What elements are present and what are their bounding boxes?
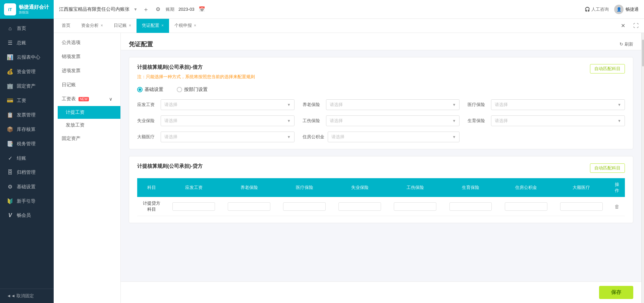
tab-tax-close[interactable]: × bbox=[194, 23, 196, 28]
right-scrollbar[interactable] bbox=[641, 33, 644, 303]
content-area: 凭证配置 ↻ 刷新 计提核算规则(公司承担)-借方 注：只能选择一种方式，系统将… bbox=[121, 33, 641, 303]
select-da[interactable]: 请选择 ▼ bbox=[161, 132, 294, 142]
add-tab-button[interactable]: ＋ bbox=[142, 5, 150, 13]
cell-yf[interactable] bbox=[166, 197, 221, 216]
tab-voucher-close[interactable]: × bbox=[161, 23, 164, 28]
input-gsbx[interactable] bbox=[394, 202, 436, 211]
close-tab-icon[interactable]: ✕ bbox=[618, 21, 628, 30]
delete-row-icon[interactable]: 🗑 bbox=[614, 204, 620, 209]
sidebar-item-ledger[interactable]: ☰ 总账 bbox=[0, 36, 54, 50]
calendar-icon[interactable]: 📅 bbox=[199, 6, 205, 12]
sidebar-item-home[interactable]: ⌂ 首页 bbox=[0, 21, 54, 36]
page-header: 凭证配置 ↻ 刷新 bbox=[121, 33, 641, 50]
radio-dept-circle bbox=[177, 87, 182, 92]
select-gs[interactable]: 请选择 ▼ bbox=[326, 115, 460, 126]
tab-funds-close[interactable]: × bbox=[101, 23, 103, 28]
left-menu-payroll-group[interactable]: 工资表 NEW ∨ bbox=[54, 92, 120, 106]
select-yf[interactable]: 请选择 ▼ bbox=[161, 99, 294, 110]
form-item-yl: 养老保险 请选择 ▼ bbox=[303, 99, 460, 110]
auto-match-debit-button[interactable]: 自动匹配科目 bbox=[590, 64, 625, 73]
left-menu-pay-payroll[interactable]: 发放工资 bbox=[58, 119, 120, 132]
logo-name: 畅捷通好会计 bbox=[19, 4, 49, 10]
input-yl[interactable] bbox=[228, 202, 270, 211]
radio-dept[interactable]: 按部门设置 bbox=[177, 87, 208, 93]
left-menu-sales[interactable]: 销项发票 bbox=[54, 50, 120, 64]
cell-shengbx[interactable] bbox=[443, 197, 498, 216]
cell-gjj[interactable] bbox=[498, 197, 554, 216]
select-sheng[interactable]: 请选择 ▼ bbox=[491, 115, 625, 126]
sidebar-item-inventory[interactable]: 📦 库存核算 bbox=[0, 122, 54, 137]
sidebar-label-salary: 工资 bbox=[17, 98, 26, 104]
refresh-button[interactable]: ↻ 刷新 bbox=[620, 41, 633, 47]
select-yl-ins[interactable]: 请选择 ▼ bbox=[491, 99, 625, 110]
tab-voucher[interactable]: 凭证配置 × bbox=[137, 19, 169, 33]
cell-gsbx[interactable] bbox=[387, 197, 443, 216]
input-gjj[interactable] bbox=[505, 202, 547, 211]
cell-sybx[interactable] bbox=[332, 197, 387, 216]
tab-home[interactable]: 首页 bbox=[56, 19, 76, 33]
tab-journal[interactable]: 日记账 × bbox=[108, 19, 137, 33]
left-menu-public[interactable]: 公共选项 bbox=[54, 36, 120, 50]
left-menu-calc-payroll[interactable]: 计提工资 bbox=[58, 106, 120, 119]
label-da: 大额医疗 bbox=[137, 134, 157, 140]
select-yl[interactable]: 请选择 ▼ bbox=[326, 99, 460, 110]
select-yl-ins-placeholder: 请选择 bbox=[495, 102, 508, 108]
user-menu[interactable]: 👤 畅捷通 bbox=[614, 5, 639, 14]
chevron-gs-icon: ▼ bbox=[452, 119, 456, 123]
sidebar-item-assets[interactable]: 🏢 固定资产 bbox=[0, 79, 54, 93]
select-sy[interactable]: 请选择 ▼ bbox=[161, 115, 294, 126]
cell-op[interactable]: 🗑 bbox=[609, 197, 625, 216]
debit-section: 计提核算规则(公司承担)-借方 注：只能选择一种方式，系统将按照您当前的选择来配… bbox=[129, 57, 633, 149]
sidebar-item-member[interactable]: V 畅会员 bbox=[0, 208, 54, 222]
chevron-gjj-icon: ▼ bbox=[452, 135, 456, 139]
sidebar-item-settings[interactable]: ⚙ 基础设置 bbox=[0, 180, 54, 194]
cell-yl[interactable] bbox=[221, 197, 277, 216]
tab-funds[interactable]: 资金分析 × bbox=[76, 19, 108, 33]
input-yf[interactable] bbox=[172, 202, 215, 211]
left-menu-fixed-assets[interactable]: 固定资产 bbox=[54, 132, 120, 146]
cell-da[interactable] bbox=[554, 197, 609, 216]
logo-icon: iT bbox=[4, 3, 16, 15]
cell-ylbx[interactable] bbox=[277, 197, 332, 216]
input-sybx[interactable] bbox=[338, 202, 381, 211]
sidebar-item-guide[interactable]: 🔰 新手引导 bbox=[0, 194, 54, 208]
new-badge: NEW bbox=[78, 97, 89, 101]
sidebar-item-archive[interactable]: 🗄 归档管理 bbox=[0, 165, 54, 180]
company-dropdown-icon[interactable]: ▼ bbox=[133, 7, 138, 12]
sidebar-item-funds[interactable]: 💰 资金管理 bbox=[0, 64, 54, 79]
tab-tax[interactable]: 个税申报 × bbox=[169, 19, 202, 33]
unpin-label: ◄◄ 取消固定 bbox=[7, 293, 34, 299]
expand-tab-icon[interactable]: ⛶ bbox=[631, 21, 641, 30]
assets-icon: 🏢 bbox=[7, 83, 13, 89]
form-item-yl-ins: 医疗保险 请选择 ▼ bbox=[468, 99, 625, 110]
period-value[interactable]: 2023-03 bbox=[178, 7, 195, 12]
settings-gear-icon[interactable]: ⚙ bbox=[154, 6, 162, 12]
sidebar-label-checkout: 结账 bbox=[17, 155, 26, 161]
sidebar-item-checkout[interactable]: ✓ 结账 bbox=[0, 151, 54, 165]
radio-basic[interactable]: 基础设置 bbox=[137, 87, 163, 93]
sidebar-label-archive: 归档管理 bbox=[17, 169, 36, 175]
company-name[interactable]: 江西服宝精品有限责任公司内账张 bbox=[59, 6, 129, 12]
sidebar-item-salary[interactable]: 💳 工资 bbox=[0, 93, 54, 108]
col-subject: 科目 bbox=[137, 178, 166, 197]
save-button[interactable]: 保存 bbox=[599, 286, 633, 299]
col-yl: 养老保险 bbox=[221, 178, 277, 197]
left-menu-purchase[interactable]: 进项发票 bbox=[54, 64, 120, 78]
content-scroll[interactable]: 计提核算规则(公司承担)-借方 注：只能选择一种方式，系统将按照您当前的选择来配… bbox=[121, 50, 641, 282]
input-shengbx[interactable] bbox=[449, 202, 492, 211]
select-gjj[interactable]: 请选择 ▼ bbox=[328, 132, 460, 142]
service-button[interactable]: 🎧 人工咨询 bbox=[585, 6, 609, 12]
main-area: 江西服宝精品有限责任公司内账张 ▼ ＋ ⚙ 账期 2023-03 📅 🎧 人工咨… bbox=[54, 0, 644, 303]
sidebar-item-tax[interactable]: 📑 税务管理 bbox=[0, 137, 54, 151]
form-item-yf: 应发工资 请选择 ▼ bbox=[137, 99, 294, 110]
sidebar-unpin[interactable]: ◄◄ 取消固定 bbox=[0, 289, 54, 303]
tab-journal-close[interactable]: × bbox=[129, 23, 131, 28]
radio-basic-circle bbox=[137, 87, 143, 92]
left-menu-journal[interactable]: 日记账 bbox=[54, 78, 120, 92]
sidebar-item-reports[interactable]: 📊 云报表中心 bbox=[0, 50, 54, 64]
label-sy: 失业保险 bbox=[137, 118, 157, 124]
input-da[interactable] bbox=[560, 202, 603, 211]
auto-match-credit-button[interactable]: 自动匹配科目 bbox=[590, 163, 625, 173]
sidebar-item-invoice[interactable]: 📋 发票管理 bbox=[0, 108, 54, 122]
input-ylbx[interactable] bbox=[283, 202, 326, 211]
